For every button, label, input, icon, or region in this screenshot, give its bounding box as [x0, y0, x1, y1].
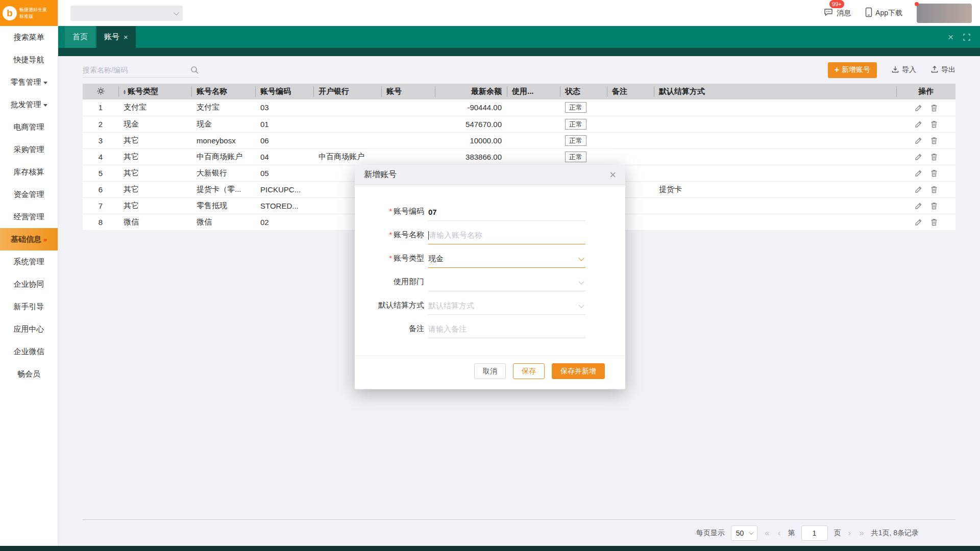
delete-icon[interactable] — [930, 169, 938, 178]
cancel-button[interactable]: 取消 — [474, 363, 506, 379]
tab-close-icon[interactable]: × — [124, 33, 128, 41]
sidebar-item[interactable]: 应用中心 — [0, 318, 58, 340]
edit-icon[interactable] — [914, 218, 923, 227]
store-selector[interactable] — [70, 6, 183, 21]
sidebar-item[interactable]: 经营管理 — [0, 206, 58, 228]
header-account: 账号 — [381, 84, 435, 99]
tab[interactable]: 账号× — [96, 26, 136, 48]
sidebar-item-label: 库存核算 — [14, 167, 44, 177]
edit-icon[interactable] — [914, 185, 923, 194]
delete-icon[interactable] — [930, 120, 938, 129]
sidebar-item[interactable]: 系统管理 — [0, 251, 58, 273]
messages-button[interactable]: 99+ 消息 — [823, 7, 851, 19]
column-settings-header[interactable] — [83, 84, 118, 99]
header-account-type[interactable]: ▴▾ 账号类型 — [118, 84, 191, 99]
required-asterisk: * — [389, 207, 392, 215]
delete-icon[interactable] — [930, 218, 938, 227]
cell-bank — [313, 99, 381, 116]
notification-dot — [915, 2, 919, 6]
table-row[interactable]: 2现金现金01547670.00正常 — [83, 116, 955, 132]
search-input[interactable] — [83, 66, 190, 74]
cell-settlement: 提货卡 — [654, 181, 896, 197]
cell-idx: 6 — [83, 181, 118, 197]
export-button[interactable]: 导出 — [930, 65, 955, 75]
close-all-tabs-icon[interactable]: × — [948, 32, 953, 42]
search-icon[interactable] — [190, 65, 199, 74]
sidebar-item[interactable]: 搜索菜单 — [0, 26, 58, 48]
topbar: 99+ 消息 App下载 — [58, 0, 980, 26]
sidebar-item[interactable]: 零售管理 — [0, 71, 58, 93]
chevron-down-icon — [578, 255, 584, 261]
cell-usage — [507, 116, 560, 132]
delete-icon[interactable] — [930, 153, 938, 161]
import-button[interactable]: 导入 — [891, 65, 916, 75]
sidebar-item-label: 畅会员 — [17, 369, 40, 379]
sidebar-item[interactable]: 批发管理 — [0, 93, 58, 116]
first-page-icon[interactable]: « — [764, 528, 770, 538]
sidebar-item[interactable]: 畅会员 — [0, 363, 58, 385]
cell-balance: -90444.00 — [435, 99, 507, 116]
message-bubble-icon — [823, 7, 834, 19]
page-number-input[interactable] — [801, 525, 828, 541]
tab[interactable]: 首页 — [65, 26, 95, 48]
sidebar-item-label: 资金管理 — [14, 190, 44, 199]
header-account-name: 账号名称 — [191, 84, 255, 99]
save-and-new-button[interactable]: 保存并新增 — [552, 363, 605, 379]
account-name-placeholder: 请输入账号名称 — [429, 231, 482, 240]
edit-icon[interactable] — [914, 153, 923, 161]
settlement-select[interactable]: 默认结算方式 — [428, 297, 585, 315]
fullscreen-icon[interactable] — [963, 33, 971, 41]
delete-icon[interactable] — [930, 136, 938, 145]
cell-code: PICKUPC... — [255, 181, 313, 197]
tab-label: 首页 — [72, 32, 88, 42]
table-row[interactable]: 1支付宝支付宝03-90444.00正常 — [83, 99, 955, 116]
last-page-icon[interactable]: » — [858, 528, 865, 538]
sidebar-item[interactable]: 快捷导航 — [0, 48, 58, 71]
sidebar-item-label: 电商管理 — [14, 122, 44, 132]
sidebar-item[interactable]: 资金管理 — [0, 183, 58, 206]
chevron-down-icon — [43, 104, 47, 107]
table-row[interactable]: 3其它moneybosx0610000.00正常 — [83, 132, 955, 148]
cell-code: STORED... — [255, 197, 313, 214]
department-select[interactable] — [428, 274, 585, 291]
sidebar-item[interactable]: 企业协同 — [0, 273, 58, 295]
edit-icon[interactable] — [914, 120, 923, 129]
table-row[interactable]: 4其它中百商场账户04中百商场账户383866.00正常 — [83, 148, 955, 165]
account-name-input[interactable]: 请输入账号名称 — [428, 227, 585, 244]
account-type-value: 现金 — [428, 254, 444, 264]
remark-input[interactable]: 请输入备注 — [428, 321, 585, 338]
field-account-code: *账号编码 07 — [360, 197, 585, 221]
app-download-button[interactable]: App下载 — [865, 7, 902, 19]
prev-page-icon[interactable]: ‹ — [777, 528, 782, 538]
account-type-select[interactable]: 现金 — [428, 251, 585, 268]
delete-icon[interactable] — [930, 202, 938, 210]
dialog-close-icon[interactable]: × — [609, 169, 616, 181]
cell-name: 中百商场账户 — [191, 148, 255, 165]
cell-settlement — [654, 214, 896, 230]
sidebar-item[interactable]: 新手引导 — [0, 295, 58, 318]
account-code-input[interactable]: 07 — [428, 204, 585, 221]
save-button[interactable]: 保存 — [513, 363, 545, 379]
per-page-label: 每页显示 — [696, 529, 725, 538]
per-page-select[interactable]: 50 — [731, 525, 758, 541]
edit-icon[interactable] — [914, 136, 923, 145]
next-page-icon[interactable]: › — [847, 528, 852, 538]
sidebar-item[interactable]: 基础信息» — [0, 228, 58, 251]
add-account-button[interactable]: + 新增账号 — [828, 62, 877, 78]
required-asterisk: * — [389, 230, 392, 239]
edit-icon[interactable] — [914, 104, 923, 112]
edit-icon[interactable] — [914, 169, 923, 178]
cell-balance: 10000.00 — [435, 132, 507, 148]
sidebar-item[interactable]: 电商管理 — [0, 116, 58, 138]
export-icon — [930, 65, 939, 75]
cell-type: 现金 — [118, 116, 191, 132]
sidebar-item-label: 新手引导 — [14, 302, 44, 312]
sidebar-item[interactable]: 库存核算 — [0, 161, 58, 183]
delete-icon[interactable] — [930, 104, 938, 112]
delete-icon[interactable] — [930, 185, 938, 194]
edit-icon[interactable] — [914, 202, 923, 210]
sidebar-item[interactable]: 企业微信 — [0, 340, 58, 363]
sidebar-item[interactable]: 采购管理 — [0, 138, 58, 161]
user-avatar[interactable] — [917, 4, 972, 23]
cell-status: 正常 — [560, 99, 607, 116]
